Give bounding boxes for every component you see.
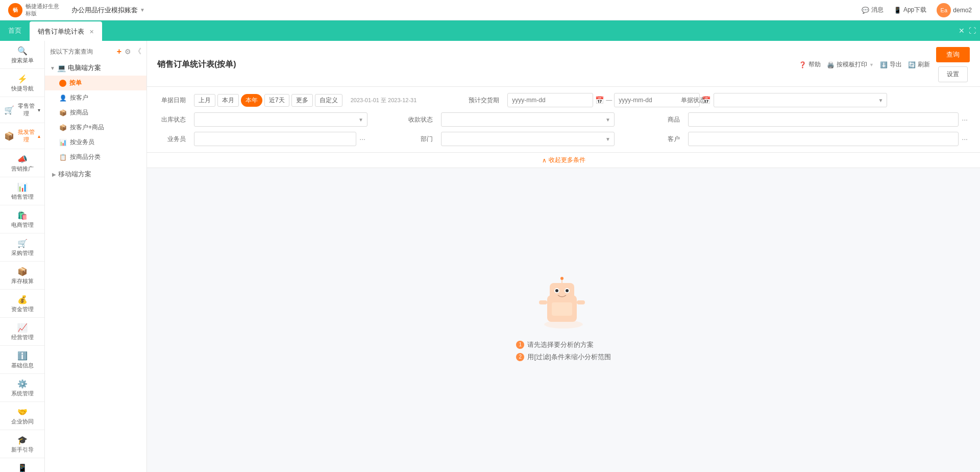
empty-state: 1 请先选择要分析的方案 2 用[过滤]条件来缩小分析范围 <box>516 276 610 365</box>
collapse-label: 收起更多条件 <box>549 156 585 164</box>
refresh-btn[interactable]: 🔄 刷新 <box>908 60 930 69</box>
help-btn[interactable]: ❓ 帮助 <box>799 60 821 69</box>
breadcrumb[interactable]: 办公用品行业模拟账套 ▼ <box>71 6 145 15</box>
right-content: 销售订单统计表(按单) ❓ 帮助 🖨️ 按模板打印 ▼ ⬇️ 导出 <box>147 41 980 472</box>
tab-bar-actions: ✕ ⛶ <box>959 27 980 35</box>
date-btn-more[interactable]: 更多 <box>291 94 313 107</box>
sidebar-item-wholesale[interactable]: 📦 批发管理 ▴ <box>0 123 44 149</box>
message-btn[interactable]: 💬 消息 <box>862 6 884 14</box>
tree-mobile-parent[interactable]: ▶ 移动端方案 <box>45 167 146 182</box>
page-title: 销售订单统计表(按单) <box>157 59 236 70</box>
tree-child-by-salesman[interactable]: 📊 按业务员 <box>45 135 146 150</box>
expected-date-from[interactable] <box>507 93 593 107</box>
date-btn-7days[interactable]: 近7天 <box>264 94 289 107</box>
print-arrow-icon: ▼ <box>869 62 874 67</box>
sidebar-item-operations[interactable]: 📈 经营管理 <box>0 318 44 346</box>
top-header-right: 💬 消息 📱 App下载 Ea demo2 <box>862 3 972 17</box>
salesman-tree-icon: 📊 <box>59 139 67 146</box>
receipt-status-wrapper: ▼ <box>441 112 615 127</box>
collapse-bar[interactable]: ∧ 收起更多条件 <box>147 153 980 168</box>
out-status-select[interactable] <box>194 112 368 127</box>
sidebar-item-finance[interactable]: 💰 资金管理 <box>0 290 44 318</box>
tree-child-by-goods[interactable]: 📦 按商品 <box>45 105 146 120</box>
sidebar-item-marketing[interactable]: 📣 营销推广 <box>0 149 44 177</box>
data-area: 1 请先选择要分析的方案 2 用[过滤]条件来缩小分析范围 <box>147 168 980 472</box>
dept-wrapper: ▼ <box>441 132 615 146</box>
settings-button[interactable]: 设置 <box>938 66 968 82</box>
add-scheme-btn[interactable]: + <box>117 47 121 56</box>
appcenter-icon: 📱 <box>17 463 28 472</box>
date-btn-custom[interactable]: 自定义 <box>315 94 342 107</box>
mobile-icon: 📱 <box>894 7 901 14</box>
expected-date-label: 预计交货期 <box>463 96 499 105</box>
app-download-btn[interactable]: 📱 App下载 <box>894 6 926 14</box>
tab-sales-stat[interactable]: 销售订单统计表 ✕ <box>30 21 102 42</box>
tip-item-1: 1 请先选择要分析的方案 <box>516 340 610 349</box>
sidebar-item-quicknav[interactable]: ⚡ 快捷导航 <box>0 69 44 97</box>
sidebar-item-appcenter[interactable]: 📱 应用中心 <box>0 458 44 472</box>
retail-icon: 🛒 <box>4 105 14 115</box>
sidebar-item-inventory[interactable]: 📦 库存核算 <box>0 262 44 290</box>
avatar-img: Ea <box>937 3 951 17</box>
tree-child-by-customer-goods[interactable]: 📦 按客户+商品 <box>45 120 146 135</box>
svg-point-10 <box>560 277 564 280</box>
collapse-scheme-btn[interactable]: 《 <box>134 47 141 56</box>
query-button[interactable]: 查询 <box>936 47 970 62</box>
goods-input-wrapper: ··· <box>688 112 970 127</box>
sidebar-item-enterprise[interactable]: 🤝 企业协同 <box>0 402 44 430</box>
user-avatar[interactable]: Ea demo2 <box>937 3 972 17</box>
goods-more-icon[interactable]: ··· <box>960 115 970 124</box>
sidebar-item-guide[interactable]: 🎓 新手引导 <box>0 430 44 458</box>
date-btn-thisyear[interactable]: 本年 <box>241 94 262 107</box>
salesman-more-icon[interactable]: ··· <box>357 135 368 143</box>
settings-scheme-btn[interactable]: ⚙ <box>125 48 131 56</box>
svg-point-4 <box>555 289 558 292</box>
tree-computer-parent[interactable]: ▼ 💻 电脑端方案 <box>45 60 146 76</box>
sidebar-item-ecom[interactable]: 🛍️ 电商管理 <box>0 205 44 233</box>
date-btn-thismonth[interactable]: 本月 <box>217 94 239 107</box>
export-btn[interactable]: ⬇️ 导出 <box>880 60 902 69</box>
tab-expand-icon[interactable]: ⛶ <box>969 27 976 35</box>
ecom-icon: 🛍️ <box>17 210 28 220</box>
goods-input[interactable] <box>688 112 959 127</box>
calendar1-icon[interactable]: 📅 <box>595 96 604 104</box>
tab-close-icon[interactable]: ✕ <box>89 29 94 35</box>
tree-child-by-goods-cat[interactable]: 📋 按商品分类 <box>45 150 146 164</box>
sidebar-item-search[interactable]: 🔍 搜索菜单 <box>0 41 44 69</box>
tab-bar: 首页 销售订单统计表 ✕ ✕ ⛶ <box>0 20 980 41</box>
filter-row-1: 单据日期 上月 本月 本年 近7天 更多 自定义 2023-01-01 至 20… <box>157 93 970 107</box>
system-icon: ⚙️ <box>17 379 28 389</box>
tree-child-by-order[interactable]: 按单 <box>45 76 146 90</box>
left-panel-actions: + ⚙ 《 <box>117 47 141 56</box>
date-sep: — <box>606 97 612 104</box>
filter-row-3: 业务员 ··· 部门 ▼ 客户 <box>157 132 970 146</box>
status-select[interactable] <box>714 93 887 107</box>
template-print-btn[interactable]: 🖨️ 按模板打印 ▼ <box>827 60 874 69</box>
tab-home[interactable]: 首页 <box>0 20 30 41</box>
svg-rect-7 <box>539 300 547 304</box>
tree-mobile-arrow-icon: ▶ <box>52 172 56 177</box>
date-range-text: 2023-01-01 至 2023-12-31 <box>351 97 417 104</box>
sidebar-item-sales[interactable]: 📊 销售管理 <box>0 177 44 205</box>
tab-minimize-icon[interactable]: ✕ <box>959 27 965 35</box>
customer-input[interactable] <box>688 132 959 146</box>
receipt-status-select[interactable] <box>441 112 615 127</box>
sidebar-item-system[interactable]: ⚙️ 系统管理 <box>0 374 44 402</box>
sidebar-item-purchase[interactable]: 🛒 采购管理 <box>0 233 44 262</box>
left-panel: 按以下方案查询 + ⚙ 《 ▼ 💻 电脑端方案 按单 👤 <box>45 41 147 472</box>
retail-arrow-icon: ▾ <box>38 107 40 113</box>
breadcrumb-arrow-icon: ▼ <box>140 7 145 13</box>
refresh-icon: 🔄 <box>908 61 916 68</box>
date-btn-lastmonth[interactable]: 上月 <box>194 94 215 107</box>
sidebar-item-retail[interactable]: 🛒 零售管理 ▾ <box>0 97 44 123</box>
message-icon: 💬 <box>862 7 869 14</box>
customer-more-icon[interactable]: ··· <box>960 135 970 143</box>
breadcrumb-text: 办公用品行业模拟账套 <box>71 6 138 15</box>
sidebar-item-basicinfo[interactable]: ℹ️ 基础信息 <box>0 346 44 374</box>
left-panel-header: 按以下方案查询 + ⚙ 《 <box>45 45 146 60</box>
dept-select[interactable] <box>441 132 615 146</box>
out-status-label: 出库状态 <box>157 115 186 124</box>
salesman-input[interactable] <box>194 132 356 146</box>
tree-section-mobile: ▶ 移动端方案 <box>45 167 146 182</box>
tree-child-by-customer[interactable]: 👤 按客户 <box>45 90 146 105</box>
